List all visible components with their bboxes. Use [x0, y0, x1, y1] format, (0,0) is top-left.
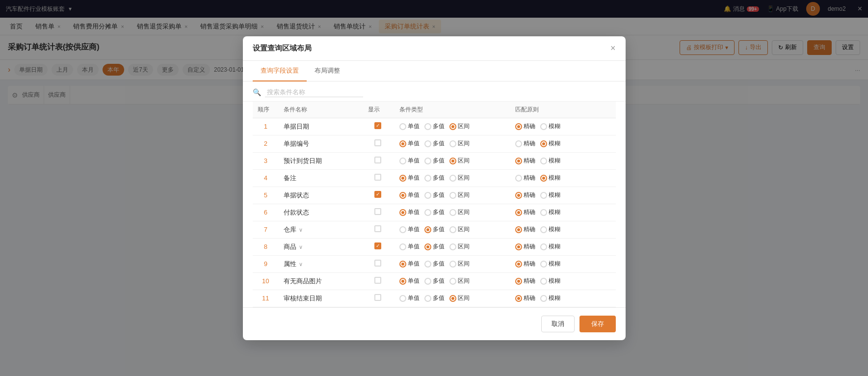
tab-layout-adjust[interactable]: 布局调整 — [307, 61, 348, 81]
type-option-区间[interactable]: 区间 — [449, 225, 470, 234]
match-option-精确[interactable]: 精确 — [515, 157, 535, 165]
row-show[interactable] — [363, 221, 393, 236]
match-option-精确[interactable]: 精确 — [515, 122, 535, 131]
row-show[interactable] — [363, 256, 393, 270]
show-checkbox[interactable] — [374, 294, 381, 301]
type-option-区间[interactable]: 区间 — [449, 277, 470, 285]
row-show[interactable] — [363, 135, 393, 150]
row-show[interactable]: ✓ — [363, 187, 393, 202]
type-option-区间[interactable]: 区间 — [449, 294, 470, 302]
dropdown-arrow-icon[interactable]: ∨ — [297, 227, 303, 233]
type-option-多值[interactable]: 多值 — [424, 260, 445, 268]
show-checkbox[interactable] — [374, 208, 381, 215]
show-checkbox[interactable]: ✓ — [374, 242, 381, 249]
match-label: 模糊 — [549, 157, 560, 165]
match-option-模糊[interactable]: 模糊 — [540, 260, 560, 268]
match-option-模糊[interactable]: 模糊 — [540, 122, 560, 131]
row-show[interactable] — [363, 153, 393, 167]
type-option-区间[interactable]: 区间 — [449, 139, 470, 148]
row-match: 精确 模糊 — [510, 272, 616, 290]
show-checkbox[interactable] — [374, 277, 381, 284]
match-option-模糊[interactable]: 模糊 — [540, 139, 560, 148]
match-option-精确[interactable]: 精确 — [515, 174, 535, 182]
show-checkbox[interactable]: ✓ — [374, 191, 381, 198]
type-option-多值[interactable]: 多值 — [424, 191, 445, 199]
row-order: 3 — [253, 152, 279, 169]
radio-circle — [399, 209, 406, 216]
radio-circle — [399, 123, 406, 130]
show-checkbox[interactable]: ✓ — [374, 122, 381, 129]
dropdown-arrow-icon[interactable]: ∨ — [297, 244, 303, 250]
type-option-单值[interactable]: 单值 — [399, 122, 420, 131]
condition-search-input[interactable] — [265, 87, 363, 97]
type-option-区间[interactable]: 区间 — [449, 191, 470, 199]
match-option-精确[interactable]: 精确 — [515, 225, 535, 234]
modal-close-button[interactable]: × — [610, 43, 616, 54]
type-option-区间[interactable]: 区间 — [449, 260, 470, 268]
type-option-单值[interactable]: 单值 — [399, 277, 420, 285]
show-checkbox[interactable] — [374, 260, 381, 267]
row-show[interactable] — [363, 204, 393, 219]
type-option-单值[interactable]: 单值 — [399, 191, 420, 199]
dropdown-arrow-icon[interactable]: ∨ — [297, 261, 303, 267]
tab-query-fields[interactable]: 查询字段设置 — [253, 61, 307, 81]
type-option-多值[interactable]: 多值 — [424, 157, 445, 165]
save-button[interactable]: 保存 — [579, 316, 616, 332]
match-option-精确[interactable]: 精确 — [515, 139, 535, 148]
type-label: 区间 — [458, 174, 470, 182]
type-option-多值[interactable]: 多值 — [424, 122, 445, 131]
type-option-单值[interactable]: 单值 — [399, 225, 420, 234]
type-option-多值[interactable]: 多值 — [424, 225, 445, 234]
match-option-模糊[interactable]: 模糊 — [540, 208, 560, 216]
show-checkbox[interactable] — [374, 225, 381, 232]
match-option-精确[interactable]: 精确 — [515, 191, 535, 199]
type-option-单值[interactable]: 单值 — [399, 174, 420, 182]
type-label: 多值 — [433, 225, 445, 234]
show-checkbox[interactable] — [374, 139, 381, 146]
type-option-多值[interactable]: 多值 — [424, 174, 445, 182]
match-option-模糊[interactable]: 模糊 — [540, 277, 560, 285]
match-option-模糊[interactable]: 模糊 — [540, 191, 560, 199]
type-option-区间[interactable]: 区间 — [449, 208, 470, 216]
type-option-单值[interactable]: 单值 — [399, 260, 420, 268]
match-option-模糊[interactable]: 模糊 — [540, 157, 560, 165]
match-option-模糊[interactable]: 模糊 — [540, 225, 560, 234]
type-option-区间[interactable]: 区间 — [449, 174, 470, 182]
row-show[interactable] — [363, 290, 393, 305]
type-option-区间[interactable]: 区间 — [449, 242, 470, 251]
type-option-多值[interactable]: 多值 — [424, 208, 445, 216]
type-option-单值[interactable]: 单值 — [399, 157, 420, 165]
match-option-精确[interactable]: 精确 — [515, 242, 535, 251]
type-option-多值[interactable]: 多值 — [424, 139, 445, 148]
type-option-区间[interactable]: 区间 — [449, 122, 470, 131]
match-option-模糊[interactable]: 模糊 — [540, 174, 560, 182]
type-radio-group: 单值 多值 区间 — [399, 122, 505, 131]
modal-search-area: 🔍 — [243, 81, 626, 102]
row-show[interactable]: ✓ — [363, 118, 393, 133]
condition-name-label: 单据日期 — [284, 123, 309, 130]
type-option-单值[interactable]: 单值 — [399, 139, 420, 148]
type-label: 多值 — [433, 139, 445, 148]
type-option-多值[interactable]: 多值 — [424, 242, 445, 251]
type-option-单值[interactable]: 单值 — [399, 294, 420, 302]
match-option-模糊[interactable]: 模糊 — [540, 294, 560, 302]
row-show[interactable] — [363, 273, 393, 288]
match-option-精确[interactable]: 精确 — [515, 294, 535, 302]
type-option-区间[interactable]: 区间 — [449, 157, 470, 165]
match-option-精确[interactable]: 精确 — [515, 208, 535, 216]
type-option-多值[interactable]: 多值 — [424, 294, 445, 302]
cancel-button[interactable]: 取消 — [541, 316, 575, 332]
match-option-模糊[interactable]: 模糊 — [540, 242, 560, 251]
row-show[interactable] — [363, 170, 393, 185]
show-checkbox[interactable] — [374, 157, 381, 163]
type-option-多值[interactable]: 多值 — [424, 277, 445, 285]
show-checkbox[interactable] — [374, 174, 381, 181]
type-label: 单值 — [408, 191, 420, 199]
order-number: 11 — [262, 295, 269, 302]
match-option-精确[interactable]: 精确 — [515, 260, 535, 268]
row-show[interactable]: ✓ — [363, 239, 393, 253]
type-option-单值[interactable]: 单值 — [399, 208, 420, 216]
type-option-单值[interactable]: 单值 — [399, 242, 420, 251]
type-label: 多值 — [433, 242, 445, 251]
match-option-精确[interactable]: 精确 — [515, 277, 535, 285]
